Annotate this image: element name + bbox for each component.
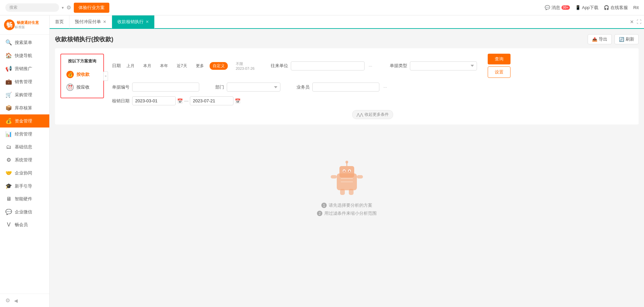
doc-no-label: 单据编号 (112, 84, 129, 90)
tab-receipt-label: 收款核销执行 (117, 19, 144, 25)
sidebar-item-purchase[interactable]: 🛒 采购管理 (0, 88, 49, 101)
top-bar-left: 搜索 ▾ ⚙ 体验行业方案 (5, 3, 541, 13)
online-service-button[interactable]: 🎧 在线客服 (604, 5, 628, 11)
page-title: 收款核销执行(按收款) (55, 35, 113, 43)
date-btn-more[interactable]: 更多 (193, 62, 207, 70)
filter-option-by-receipt[interactable]: 💰 按收款 (61, 68, 103, 81)
sidebar-item-label: 资金管理 (15, 118, 32, 124)
tab-home[interactable]: 首页 (50, 15, 69, 29)
empty-robot-svg (327, 157, 367, 197)
tab-receipt-close-icon[interactable]: ✕ (146, 19, 149, 24)
sidebar-item-vip[interactable]: V 畅会员 (0, 218, 49, 231)
sidebar-item-label: 搜索菜单 (15, 40, 32, 46)
doc-type-select[interactable] (410, 61, 477, 70)
messages-label: 消息 (551, 5, 560, 11)
sidebar-logo: 畅 畅捷通好生意 标准版 (0, 15, 49, 35)
logo-icon: 畅 (4, 19, 15, 30)
sidebar-item-label: 企业协同 (15, 170, 32, 176)
logo-app-name: 畅捷通好生意 (17, 20, 39, 25)
sidebar-item-label: 系统管理 (15, 157, 32, 163)
sidebar-item-base-info[interactable]: 🗂 基础信息 (0, 141, 49, 153)
sidebar-collapse-icon[interactable]: ◀ (14, 298, 18, 303)
top-bar-right: 💬 消息 99+ 📱 App下载 🎧 在线客服 Rit (545, 5, 639, 11)
export-button[interactable]: 📤 导出 (588, 34, 612, 44)
svg-point-7 (345, 161, 348, 163)
settings-gear-icon[interactable]: ⚙ (66, 4, 71, 11)
date-btn-custom[interactable]: 自定义 (210, 62, 228, 70)
doc-no-field: 单据编号 (112, 83, 199, 92)
staff-input[interactable] (312, 83, 379, 92)
date-btn-this-month[interactable]: 本月 (140, 62, 154, 70)
sidebar-item-label: 基础信息 (15, 144, 32, 150)
write-off-end-calendar-icon[interactable]: 📅 (235, 98, 240, 104)
messages-button[interactable]: 💬 消息 99+ (545, 5, 570, 11)
filter-panel: 按以下方案查询 💰 按收款 ⏰ 按应收 » (55, 48, 639, 124)
footer-settings-icon[interactable]: ⚙ (5, 297, 10, 304)
set-button[interactable]: 设置 (488, 66, 511, 78)
industry-solution-button[interactable]: 体验行业方案 (74, 3, 109, 13)
sidebar-item-label: 采购管理 (15, 92, 32, 98)
hint-1-text: 请先选择要分析的方案 (329, 202, 372, 208)
sidebar-item-enterprise[interactable]: 🤝 企业协同 (0, 166, 49, 180)
sidebar-item-inventory[interactable]: 📦 库存核算 (0, 101, 49, 114)
vip-icon: V (5, 222, 12, 228)
tab-prepay-offset[interactable]: 预付冲应付单 ✕ (69, 15, 112, 29)
svg-rect-10 (340, 189, 345, 195)
sidebar-item-beginner[interactable]: 🎓 新手引导 (0, 180, 49, 193)
sidebar-item-search[interactable]: 🔍 搜索菜单 (0, 36, 49, 49)
svg-rect-9 (357, 175, 363, 178)
search-chevron-icon[interactable]: ▾ (62, 5, 64, 10)
date-btn-7days[interactable]: 近7天 (174, 62, 190, 70)
app-download-button[interactable]: 📱 App下载 (575, 5, 598, 11)
empty-hint-2: 2 用过滤条件来缩小分析范围 (317, 210, 377, 216)
tabs-close-all-button[interactable]: ✕ (630, 19, 634, 24)
sidebar-item-quick-nav[interactable]: 🏠 快捷导航 (0, 49, 49, 62)
app-download-icon: 📱 (575, 5, 581, 10)
collapse-conditions-button[interactable]: ⋀⋀ 收起更多条件 (352, 110, 393, 119)
marketing-icon: 📢 (5, 65, 12, 72)
dept-select[interactable] (227, 83, 280, 92)
sidebar-item-operations[interactable]: 📊 经营管理 (0, 127, 49, 141)
filter-option-by-receivable[interactable]: ⏰ 按应收 (61, 81, 103, 94)
write-off-start-calendar-icon[interactable]: 📅 (177, 98, 183, 104)
tabs-fullscreen-button[interactable]: ⛶ (637, 19, 641, 24)
home-icon: 🏠 (5, 52, 12, 59)
user-name[interactable]: Rit (633, 5, 639, 10)
sidebar-item-sales[interactable]: 💼 销售管理 (0, 75, 49, 88)
wechat-icon: 💬 (5, 209, 12, 215)
hint-1-num: 1 (321, 203, 327, 208)
tab-prepay-close-icon[interactable]: ✕ (103, 19, 106, 24)
date-btn-last-month[interactable]: 上月 (123, 62, 138, 70)
export-icon: 📤 (592, 37, 597, 42)
receipt-option-icon: 💰 (66, 71, 74, 78)
sidebar-item-marketing[interactable]: 📢 营销推广 (0, 62, 49, 75)
filter-sidebar-collapse-button[interactable]: » (103, 71, 108, 81)
finance-icon: 💰 (5, 118, 12, 124)
write-off-date-end-input[interactable] (190, 96, 233, 105)
tabs-bar: 首页 预付冲应付单 ✕ 收款核销执行 ✕ ✕ ⛶ (50, 15, 644, 29)
doc-no-input[interactable] (132, 83, 199, 92)
date-field: 日期 上月 本月 本年 近7天 更多 自定义 (112, 62, 228, 70)
refresh-label: 刷新 (626, 36, 634, 42)
top-bar: 搜索 ▾ ⚙ 体验行业方案 💬 消息 99+ 📱 App下载 🎧 在线客服 Ri… (0, 0, 644, 15)
tab-receipt-offset[interactable]: 收款核销执行 ✕ (112, 15, 155, 29)
write-off-date-field: 核销日期 📅 — 📅 (112, 96, 240, 105)
operations-icon: 📊 (5, 131, 12, 137)
date-btn-this-year[interactable]: 本年 (157, 62, 171, 70)
sidebar-item-smart-hw[interactable]: 🖥 智能硬件 (0, 193, 49, 205)
partner-input[interactable] (291, 61, 365, 70)
dept-label: 部门 (215, 84, 224, 90)
top-bar-search-display: 搜索 (5, 3, 59, 12)
partner-dots-icon[interactable]: ··· (367, 63, 374, 68)
refresh-button[interactable]: 🔄 刷新 (614, 34, 639, 44)
staff-dots-icon[interactable]: ··· (382, 85, 388, 90)
sidebar-item-wechat[interactable]: 💬 企业微信 (0, 205, 49, 218)
query-button[interactable]: 查询 (488, 54, 511, 64)
search-menu-icon: 🔍 (5, 39, 12, 46)
date-unlimit-label: 不限 (236, 61, 255, 66)
sidebar-item-system[interactable]: ⚙ 系统管理 (0, 153, 49, 166)
write-off-date-start-input[interactable] (132, 96, 176, 105)
sidebar-item-finance[interactable]: 💰 资金管理 (0, 114, 49, 127)
tab-prepay-label: 预付冲应付单 (75, 19, 101, 25)
system-icon: ⚙ (5, 157, 12, 163)
